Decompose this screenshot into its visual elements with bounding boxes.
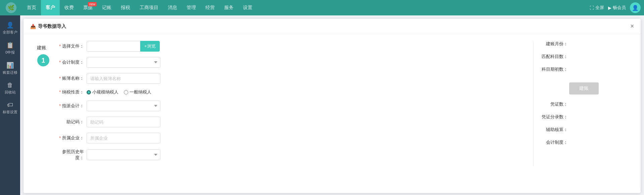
sidebar-item-tag-settings[interactable]: 🏷 标签设置 [0,99,20,117]
nav-messages[interactable]: 消息 [163,0,182,15]
nav-accounting[interactable]: 记账 [97,0,116,15]
sidebar-item-zero-report[interactable]: 📋 0申报 [0,39,20,58]
import-dialog: 📥 导爷数据导入 × 建账 1 选择文件： [23,19,641,193]
dialog-header: 📥 导爷数据导入 × [23,19,641,34]
accounting-system-row: 会计制度： [56,57,527,68]
form-area: 建账 1 选择文件： +浏览 会计制度： [37,41,527,166]
all-customers-icon: 👤 [6,21,14,29]
tag-settings-icon: 🏷 [7,102,13,109]
tax-type-label: 纳税性质： [56,89,87,95]
nav-services[interactable]: 服务 [219,0,238,15]
fullscreen-icon: ⛶ [590,5,594,10]
account-migration-icon: 📊 [6,62,14,69]
zero-report-icon: 📋 [6,42,14,49]
tax-type-general-radio[interactable] [124,90,128,94]
logo-icon: 🌿 [6,2,16,13]
info-accounting-system-label: 会计制度： [540,139,571,145]
reference-year-label: 参照历史年度： [56,149,87,161]
tax-type-general[interactable]: 一般纳税人 [124,89,151,95]
browse-button[interactable]: +浏览 [140,41,160,52]
info-section: 建账月份： 匹配科目数： 科目期初数： 建账 凭证数： [533,41,627,166]
main-content: 📥 导爷数据导入 × 建账 1 选择文件： [20,15,644,195]
recycle-bin-icon: 🗑 [7,82,13,89]
fullscreen-button[interactable]: ⛶ 全屏 [590,5,604,11]
voucher-entries-label: 凭证分录数： [540,114,571,120]
auxiliary-accounting-row: 辅助核算： [540,127,627,133]
sidebar-item-recycle-bin[interactable]: 🗑 回收站 [0,79,20,97]
top-navigation: 🌿 首页 客户 收费 票据 new 记账 报税 工商项目 消息 管理 经营 服务… [0,0,644,15]
assigned-accountant-row: 指派会计： [56,101,527,111]
file-row: 选择文件： +浏览 [56,41,527,52]
tax-type-row: 纳税性质： 小规模纳税人 一般纳税人 [56,89,527,95]
affiliated-company-label: 所属企业： [56,135,87,141]
subject-opening-row: 科目期初数： [540,66,627,72]
voucher-count-label: 凭证数： [540,101,571,107]
new-badge: new [88,2,97,6]
subject-opening-label: 科目期初数： [540,66,571,72]
reference-year-row: 参照历史年度： [56,149,527,161]
nav-customers[interactable]: 客户 [41,0,60,15]
tax-type-small[interactable]: 小规模纳税人 [87,89,118,95]
file-label: 选择文件： [56,43,87,49]
step-indicator: 建账 1 [37,41,50,166]
nav-right: ⛶ 全屏 ▶ 畅会员 👤 [590,2,641,13]
accounting-system-select[interactable] [87,57,160,68]
ledger-name-label: 账簿名称： [56,75,87,81]
tax-type-small-radio[interactable] [87,90,91,94]
create-month-row: 建账月份： [540,41,627,47]
form-section: 选择文件： +浏览 会计制度： [56,41,527,166]
nav-tickets[interactable]: 票据 new [79,0,97,15]
auxiliary-accounting-label: 辅助核算： [540,127,571,133]
nav-items: 首页 客户 收费 票据 new 记账 报税 工商项目 消息 管理 经营 服务 设… [22,0,590,15]
ledger-name-row: 账簿名称： [56,73,527,84]
dialog-title: 📥 导爷数据导入 [30,23,66,29]
tax-type-radio-group: 小规模纳税人 一般纳税人 [87,89,151,95]
ledger-name-input[interactable] [87,73,160,84]
memo-code-input[interactable] [87,117,160,127]
file-input[interactable] [87,41,140,52]
nav-settings[interactable]: 设置 [238,0,257,15]
import-icon: 📥 [30,24,36,29]
reference-year-select[interactable] [87,149,160,160]
nav-business[interactable]: 工商项目 [135,0,163,15]
info-accounting-system-row: 会计制度： [540,139,627,145]
sidebar-item-all-customers[interactable]: 👤 全部客户 [0,19,20,38]
nav-management[interactable]: 管理 [182,0,201,15]
app-logo[interactable]: 🌿 [3,0,19,15]
affiliated-company-input[interactable] [87,133,160,143]
step-badge: 1 [37,54,49,66]
nav-fees[interactable]: 收费 [60,0,79,15]
sidebar-item-account-migration[interactable]: 📊 账套迁移 [0,59,20,78]
membership-button[interactable]: ▶ 畅会员 [608,5,626,11]
user-avatar[interactable]: 👤 [630,2,641,13]
nav-operations[interactable]: 经营 [201,0,219,15]
close-button[interactable]: × [630,23,634,30]
memo-code-label: 助记码： [56,119,87,125]
voucher-entries-row: 凭证分录数： [540,114,627,120]
create-button-area: 建账 [540,82,627,94]
voucher-count-row: 凭证数： [540,101,627,107]
assigned-accountant-select[interactable] [87,101,160,111]
file-input-group: +浏览 [87,41,160,52]
affiliated-company-row: 所属企业： [56,133,527,143]
assigned-accountant-label: 指派会计： [56,103,87,109]
match-subjects-label: 匹配科目数： [540,54,571,60]
nav-home[interactable]: 首页 [22,0,41,15]
create-button[interactable]: 建账 [569,82,599,94]
membership-icon: ▶ [608,5,611,10]
dialog-body: 建账 1 选择文件： +浏览 会计制度： [23,34,641,173]
match-subjects-row: 匹配科目数： [540,54,627,60]
create-month-label: 建账月份： [540,41,571,47]
memo-code-row: 助记码： [56,117,527,127]
nav-tax[interactable]: 报税 [116,0,135,15]
sidebar: 👤 全部客户 📋 0申报 📊 账套迁移 🗑 回收站 🏷 标签设置 [0,15,20,195]
accounting-system-label: 会计制度： [56,59,87,65]
